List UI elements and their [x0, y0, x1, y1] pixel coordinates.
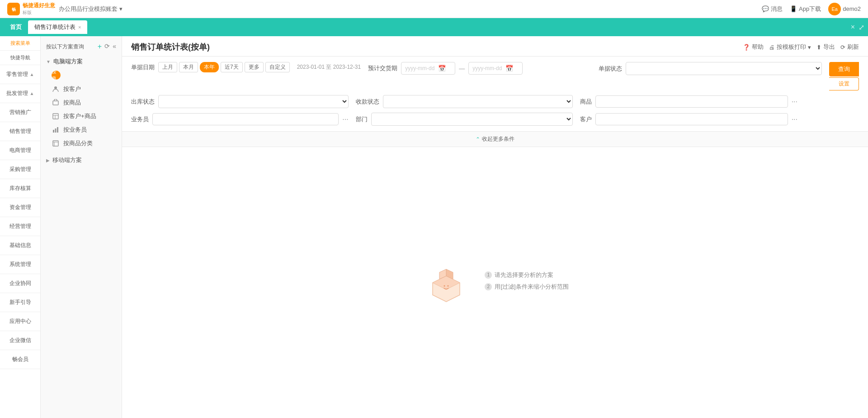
- pc-schemes-header[interactable]: ▼ 电脑端方案: [41, 55, 122, 68]
- page-title-bar: 销售订单统计表(按单) ❓ 帮助 🖨 按模板打印 ▾ ⬆ 导出: [122, 36, 868, 57]
- scheme-by-salesperson[interactable]: 按业务员: [41, 123, 122, 137]
- ship-status-select[interactable]: [158, 95, 349, 108]
- tab-home[interactable]: 首页: [4, 20, 28, 34]
- date-dash: —: [459, 65, 465, 72]
- title-actions: ❓ 帮助 🖨 按模板打印 ▾ ⬆ 导出 ⟳ 刷新: [743, 43, 859, 51]
- salesperson-label: 业务员: [131, 115, 149, 124]
- left-panel: 按以下方案查询 + ⟳ « ▼ 电脑端方案 按单: [41, 36, 122, 418]
- sidebar-item-basic[interactable]: 基础信息: [0, 236, 40, 255]
- query-button[interactable]: 查询: [829, 62, 859, 76]
- svg-point-2: [54, 86, 57, 89]
- mobile-schemes-header[interactable]: ▶ 移动端方案: [41, 154, 122, 166]
- right-panel: 销售订单统计表(按单) ❓ 帮助 🖨 按模板打印 ▾ ⬆ 导出: [122, 36, 868, 418]
- scheme-by-customer-goods[interactable]: 按客户+商品: [41, 109, 122, 123]
- delivery-from-input[interactable]: yyyy-mm-dd 📅: [401, 62, 455, 75]
- empty-illustration: [421, 262, 471, 303]
- sidebar-quick-nav[interactable]: 快捷导航: [0, 51, 40, 65]
- print-button[interactable]: 🖨 按模板打印 ▾: [769, 43, 811, 51]
- sidebar-item-member[interactable]: 畅会员: [0, 350, 40, 369]
- date-btn-custom[interactable]: 自定义: [265, 62, 290, 72]
- sidebar-item-newbie[interactable]: 新手引导: [0, 293, 40, 312]
- message-icon: 💬: [762, 5, 769, 12]
- scheme-by-order[interactable]: 按单: [41, 68, 122, 82]
- doc-status-select[interactable]: [626, 62, 822, 75]
- scheme-by-customer[interactable]: 按客户: [41, 82, 122, 96]
- payment-status-label: 收款状态: [356, 98, 379, 106]
- sidebar-item-operations[interactable]: 经营管理: [0, 217, 40, 236]
- sidebar-wholesale-label: 批发管理: [6, 90, 28, 97]
- sidebar-item-finance[interactable]: 资金管理: [0, 198, 40, 217]
- goods-dots[interactable]: ···: [792, 98, 797, 106]
- scheme-goods-label: 按商品: [63, 99, 81, 107]
- date-btn-last-7[interactable]: 近7天: [221, 62, 243, 72]
- svg-text:畅: 畅: [12, 7, 16, 12]
- payment-status-select[interactable]: [383, 95, 573, 108]
- scheme-by-goods[interactable]: 按商品: [41, 96, 122, 109]
- breadcrumb-arrow[interactable]: ▾: [119, 5, 123, 12]
- sidebar-item-retail[interactable]: 零售管理 ▲: [0, 65, 40, 84]
- user-profile[interactable]: Ea demo2: [828, 3, 861, 15]
- tab-sales-order-stats[interactable]: 销售订单统计表 ×: [28, 20, 87, 34]
- panel-refresh-icon[interactable]: ⟳: [104, 43, 110, 51]
- scheme-cg-label: 按客户+商品: [63, 112, 96, 120]
- sidebar-item-wechat[interactable]: 企业微信: [0, 331, 40, 350]
- salesperson-dots[interactable]: ···: [342, 115, 348, 124]
- svg-rect-8: [55, 128, 57, 133]
- collapse-bar[interactable]: ⌃ 收起更多条件: [122, 132, 868, 147]
- scheme-customer-label: 按客户: [63, 85, 81, 93]
- salesperson-input[interactable]: [152, 113, 339, 125]
- help-button[interactable]: ❓ 帮助: [743, 43, 764, 51]
- sidebar-search[interactable]: 搜索菜单: [0, 36, 40, 51]
- sidebar-item-appstore[interactable]: 应用中心: [0, 312, 40, 331]
- dept-select[interactable]: [371, 113, 573, 126]
- date-btn-this-month[interactable]: 本月: [179, 62, 198, 72]
- goods-label: 商品: [580, 98, 592, 106]
- panel-add-icon[interactable]: +: [98, 43, 102, 51]
- date-btn-more[interactable]: 更多: [245, 62, 264, 72]
- panel-collapse-icon[interactable]: «: [113, 43, 116, 51]
- date-btn-this-year[interactable]: 本年: [200, 62, 219, 72]
- sidebar-item-system[interactable]: 系统管理: [0, 255, 40, 274]
- refresh-button[interactable]: ⟳ 刷新: [840, 43, 859, 51]
- tab-close-btn[interactable]: ×: [851, 23, 855, 32]
- header-right: 💬 消息 📱 App下载 Ea demo2: [762, 3, 861, 15]
- delivery-to-input[interactable]: yyyy-mm-dd 📅: [468, 62, 523, 75]
- scheme-by-category[interactable]: 按商品分类: [41, 137, 122, 150]
- sidebar-item-sales[interactable]: 销售管理: [0, 122, 40, 141]
- sidebar-basic-label: 基础信息: [9, 242, 31, 249]
- tab-expand-btn[interactable]: ⤢: [859, 23, 864, 32]
- collapse-chevron: ⌃: [476, 136, 480, 142]
- calendar-to-icon[interactable]: 📅: [505, 65, 513, 72]
- hint-num-2: 2: [485, 283, 492, 290]
- sidebar-item-marketing[interactable]: 营销推广: [0, 103, 40, 122]
- sidebar-item-inventory[interactable]: 库存核算: [0, 179, 40, 198]
- goods-input[interactable]: [595, 95, 788, 108]
- calendar-from-icon[interactable]: 📅: [438, 65, 446, 72]
- scheme-sales-icon: [52, 126, 60, 134]
- content-area: 按以下方案查询 + ⟳ « ▼ 电脑端方案 按单: [41, 36, 868, 418]
- export-button[interactable]: ⬆ 导出: [816, 43, 835, 51]
- customer-dots[interactable]: ···: [792, 115, 797, 124]
- svg-point-14: [444, 285, 445, 286]
- sidebar-item-purchase[interactable]: 采购管理: [0, 160, 40, 179]
- sidebar-member-label: 畅会员: [12, 356, 28, 363]
- doc-status-label: 单据状态: [599, 65, 622, 73]
- date-quick-btns: 上月 本月 本年 近7天 更多 自定义: [158, 62, 290, 72]
- svg-rect-9: [57, 127, 58, 133]
- date-btn-last-month[interactable]: 上月: [158, 62, 177, 72]
- app-download-button[interactable]: 📱 App下载: [790, 5, 821, 13]
- date-label: 单据日期: [131, 63, 155, 71]
- customer-input[interactable]: [595, 113, 788, 125]
- sidebar-item-enterprise[interactable]: 企业协同: [0, 274, 40, 293]
- breadcrumb[interactable]: 办公用品行业模拟账套 ▾: [59, 5, 123, 13]
- tab-bar-actions: × ⤢: [851, 23, 864, 32]
- sidebar-item-ecommerce[interactable]: 电商管理: [0, 141, 40, 160]
- tab-close-icon[interactable]: ×: [78, 24, 81, 30]
- sidebar-wechat-label: 企业微信: [9, 337, 31, 344]
- message-button[interactable]: 💬 消息: [762, 5, 783, 13]
- sidebar-system-label: 系统管理: [9, 261, 31, 268]
- settings-button[interactable]: 设置: [829, 77, 859, 90]
- main-layout: 搜索菜单 快捷导航 零售管理 ▲ 批发管理 ▲ 营销推广 销售管理 电商管理 采…: [0, 36, 868, 418]
- panel-header: 按以下方案查询 + ⟳ «: [41, 40, 122, 53]
- sidebar-item-wholesale[interactable]: 批发管理 ▲: [0, 84, 40, 103]
